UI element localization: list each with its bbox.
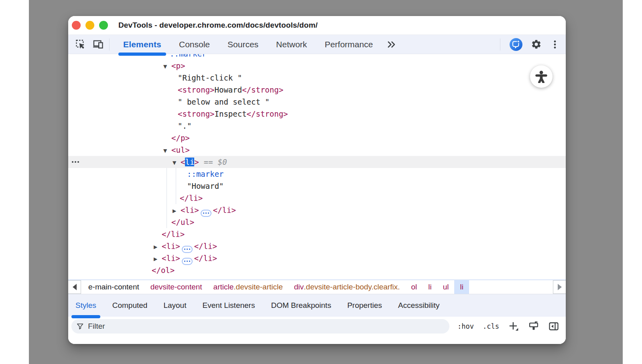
dom-text: ".": [178, 121, 191, 130]
zoom-window-icon[interactable]: [99, 21, 108, 30]
dom-text: Howard: [215, 85, 242, 94]
tab-network[interactable]: Network: [276, 35, 307, 54]
dom-tree-row[interactable]: ▼<p>: [68, 60, 566, 72]
breadcrumb: e-main-contentdevsite-contentarticle.dev…: [81, 280, 469, 294]
breadcrumb-item-li[interactable]: li: [454, 280, 469, 294]
accessibility-widget-button[interactable]: [530, 65, 553, 88]
dom-tree-row[interactable]: </li>: [68, 228, 566, 240]
close-window-icon[interactable]: [72, 21, 81, 30]
dom-text: "Howard": [187, 182, 224, 190]
breadcrumb-item-li[interactable]: li: [423, 280, 437, 294]
dom-tree-row[interactable]: " below and select ": [68, 96, 566, 108]
dom-tag: </li>: [194, 254, 217, 263]
dom-tag: </li>: [162, 230, 185, 239]
collapse-arrow-icon[interactable]: ▼: [173, 157, 181, 169]
expand-arrow-icon[interactable]: ▶: [154, 241, 162, 253]
dom-tagsel: li: [185, 158, 194, 166]
dom-tag: <ul>: [171, 146, 190, 154]
breadcrumb-item-article[interactable]: article.devsite-article: [208, 280, 288, 294]
breadcrumb-item-ol[interactable]: ol: [405, 280, 423, 294]
styles-filter-bar: :hov .cls: [68, 317, 566, 344]
dom-tree-row-selected[interactable]: ▼<li>==$0: [68, 156, 566, 168]
breadcrumb-tag: li: [428, 283, 431, 291]
dom-tree-row[interactable]: </ol>: [68, 264, 566, 276]
dom-tree-row[interactable]: </p>: [68, 132, 566, 144]
breadcrumb-scroll-left-icon[interactable]: [68, 280, 81, 294]
tab-elements[interactable]: Elements: [123, 35, 161, 54]
dom-tree-row[interactable]: "Right-click ": [68, 72, 566, 84]
inspect-icon[interactable]: [75, 38, 87, 51]
tab-computed[interactable]: Computed: [112, 294, 148, 317]
toolbar-divider: [500, 38, 500, 51]
filter-funnel-icon: [76, 322, 84, 330]
tab-console[interactable]: Console: [179, 35, 210, 54]
dom-tag: </ol>: [152, 266, 175, 275]
breadcrumb-scroll-right-icon[interactable]: [553, 280, 566, 294]
new-style-rule-plus-icon[interactable]: [508, 321, 519, 332]
styles-filter-input[interactable]: [88, 322, 445, 331]
dom-tag: <strong>: [178, 85, 215, 94]
dom-tree-row[interactable]: ::marker: [68, 168, 566, 180]
toggle-sidebar-icon[interactable]: [548, 321, 559, 332]
settings-gear-icon[interactable]: [531, 39, 542, 50]
breadcrumb-item-div[interactable]: div.devsite-article-body.clearfix.: [288, 280, 406, 294]
collapse-arrow-icon[interactable]: ▼: [163, 61, 171, 73]
dom-tree-row[interactable]: ".": [68, 120, 566, 132]
minimize-window-icon[interactable]: [85, 21, 94, 30]
tab-accessibility[interactable]: Accessibility: [398, 294, 439, 317]
dom-pseudo: ::marker: [170, 54, 207, 58]
dom-tree-row[interactable]: <strong>Inspect</strong>: [68, 108, 566, 120]
styles-filter-field[interactable]: [71, 319, 449, 334]
element-classes-button[interactable]: .cls: [483, 322, 499, 330]
tab-event-listeners[interactable]: Event Listeners: [202, 294, 255, 317]
tab-styles[interactable]: Styles: [75, 294, 96, 317]
dom-tag: </li>: [213, 206, 236, 214]
row-options-dots-icon[interactable]: [72, 156, 79, 168]
more-tabs-icon[interactable]: [386, 39, 397, 50]
dom-tree-row[interactable]: <strong>Howard</strong>: [68, 84, 566, 96]
window-title: DevTools - developer.chrome.com/docs/dev…: [118, 21, 318, 30]
expand-ellipsis-icon[interactable]: [201, 210, 211, 217]
dom-tree-row[interactable]: "Howard": [68, 180, 566, 192]
tab-properties[interactable]: Properties: [347, 294, 382, 317]
breadcrumb-item-e-main-content[interactable]: e-main-content: [83, 280, 145, 294]
device-toolbar-icon[interactable]: [92, 38, 104, 51]
tab-dom-breakpoints[interactable]: DOM Breakpoints: [271, 294, 331, 317]
expand-ellipsis-icon[interactable]: [182, 246, 193, 253]
dom-tag: </strong>: [242, 85, 283, 94]
dom-tree-row[interactable]: </li>: [68, 192, 566, 204]
dom-tag: </li>: [194, 242, 217, 251]
tab-layout[interactable]: Layout: [163, 294, 186, 317]
collapse-arrow-icon[interactable]: ▼: [163, 145, 171, 157]
breadcrumb-item-ul[interactable]: ul: [437, 280, 455, 294]
expand-arrow-icon[interactable]: ▶: [173, 205, 181, 217]
tab-performance[interactable]: Performance: [325, 35, 373, 54]
rendering-brush-icon[interactable]: [528, 321, 539, 332]
dom-tag: >: [194, 158, 199, 166]
dom-tree-row[interactable]: ▶<li></li>: [68, 204, 566, 216]
dom-tree-row[interactable]: ▶<li></li>: [68, 240, 566, 252]
toolbar-right-controls: [499, 38, 560, 51]
devtools-toolbar: ElementsConsoleSourcesNetworkPerformance: [68, 35, 566, 54]
dom-text: " below and select ": [178, 97, 270, 106]
breadcrumb-item-devsite-content[interactable]: devsite-content: [145, 280, 208, 294]
expand-arrow-icon[interactable]: ▶: [154, 253, 162, 265]
dom-tag: <li>: [181, 206, 199, 214]
dom-eq: ==: [204, 158, 213, 166]
kebab-menu-icon[interactable]: [550, 39, 560, 50]
dom-tag: </ul>: [171, 218, 194, 226]
tab-sources[interactable]: Sources: [228, 35, 258, 54]
dom-tag: <li>: [162, 254, 180, 263]
dom-tree-row[interactable]: ▶<li></li>: [68, 252, 566, 264]
ai-assistance-icon[interactable]: [509, 38, 523, 51]
breadcrumb-tag: ul: [443, 283, 449, 291]
dom-tree-row[interactable]: ▼<ul>: [68, 144, 566, 156]
dom-tree-row[interactable]: </ul>: [68, 216, 566, 228]
styles-filter-controls: :hov .cls: [457, 319, 559, 334]
traffic-lights: [72, 21, 108, 30]
toggle-element-state-button[interactable]: :hov: [457, 322, 474, 330]
breadcrumb-tag: li: [460, 283, 463, 291]
dom-pseudo: ::marker: [187, 170, 224, 178]
expand-ellipsis-icon[interactable]: [182, 258, 193, 265]
dom-dollar: $0: [218, 158, 227, 166]
